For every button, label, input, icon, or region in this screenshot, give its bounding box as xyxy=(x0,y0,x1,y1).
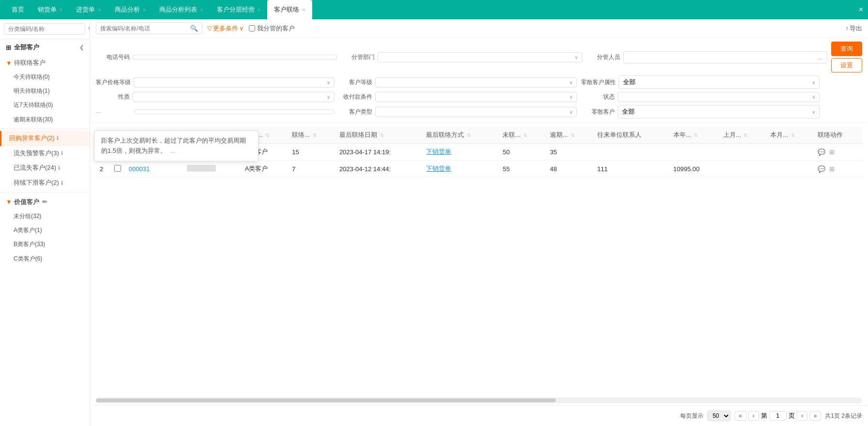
nav-tab-analysis-list[interactable]: 商品分析列表 × xyxy=(152,0,210,19)
last-page-btn[interactable]: » xyxy=(809,411,822,421)
nav-tab-purchaseorder[interactable]: 进货单 × xyxy=(69,0,107,19)
close-customer-segment-icon[interactable]: × xyxy=(258,7,260,13)
row1-contact: 15 xyxy=(288,144,335,161)
row2-checkbox[interactable] xyxy=(110,161,125,177)
sort-last-type-icon[interactable]: ⇅ xyxy=(467,132,471,138)
sidebar-item-repurchase-abnormal[interactable]: 回购异常客户(2) ℹ xyxy=(0,131,90,146)
filter-nature-input[interactable]: ∨ xyxy=(133,92,335,102)
row2-chat-icon[interactable]: 💬 xyxy=(818,165,825,173)
sort-last-date-icon[interactable]: ⇅ xyxy=(380,132,384,138)
filter-dots-btn[interactable]: ··· xyxy=(96,108,135,116)
nav-tab-customer-contact[interactable]: 客户联络 × xyxy=(267,0,312,19)
row1-last-type[interactable]: 下销货单 xyxy=(422,144,499,161)
filter-customer-grade-input[interactable]: ∨ xyxy=(375,77,577,88)
sidebar-item-churned[interactable]: 已流失客户(24) ℹ xyxy=(0,161,90,176)
filter-retail-attr-input[interactable]: 全部 ∨ xyxy=(619,75,820,89)
close-analysis-list-icon[interactable]: × xyxy=(200,7,203,13)
sort-year-icon[interactable]: ⇅ xyxy=(694,132,698,138)
prev-page-btn[interactable]: ‹ xyxy=(748,411,759,421)
per-page-select[interactable]: 50 xyxy=(707,411,731,421)
filter-retail-customer-input[interactable]: 全部 ∨ xyxy=(618,105,820,118)
row2-name-blurred xyxy=(187,165,216,172)
more-conditions-btn[interactable]: ▽ 更多条件 ∨ xyxy=(207,24,244,33)
scroll-thumb[interactable] xyxy=(96,398,556,402)
sidebar-item-class-c[interactable]: C类客户(6) xyxy=(0,252,90,266)
next-page-btn[interactable]: › xyxy=(797,411,807,421)
filter-payment: 收付款条件 ∨ xyxy=(338,92,577,102)
pending-contact-title[interactable]: ▼ 待联络客户 xyxy=(0,56,90,70)
row1-this-month xyxy=(766,144,814,161)
filter-status-input[interactable]: ∨ xyxy=(618,92,820,102)
my-customers-checkbox-wrap[interactable]: 我分管的客户 xyxy=(249,24,295,33)
row1-more-icon[interactable]: ⊞ xyxy=(829,148,835,156)
sidebar-item-unclassified[interactable]: 未分组(32) xyxy=(0,209,90,223)
row1-chat-icon[interactable]: 💬 xyxy=(818,148,825,156)
row1-last-type-link[interactable]: 下销货单 xyxy=(426,148,451,155)
close-purchaseorder-icon[interactable]: × xyxy=(98,7,101,13)
row2-more-icon[interactable]: ⊞ xyxy=(829,165,835,173)
sort-overdue-icon[interactable]: ⇅ xyxy=(571,132,575,138)
col-header-contact: 联络... ⇅ xyxy=(288,127,335,144)
export-icon: ↑ xyxy=(846,25,849,32)
tooltip-box: 距客户上次交易时长，超过了此客户的平均交易周期的1.5倍，则视为异常。 ... xyxy=(94,131,259,162)
main-search-input[interactable] xyxy=(100,25,185,32)
window-close-icon[interactable]: × xyxy=(859,5,863,14)
export-btn[interactable]: ↑ 导出 xyxy=(846,24,863,33)
close-customer-contact-icon[interactable]: × xyxy=(302,7,305,13)
collapse-sidebar-icon[interactable]: ❮ xyxy=(79,44,84,51)
filter-customer-type-label: 客户类型 xyxy=(338,108,372,116)
set-button[interactable]: 设置 xyxy=(831,58,862,73)
nav-tab-salesorder[interactable]: 销货单 × xyxy=(31,0,69,19)
row2-last-type-link[interactable]: 下销货单 xyxy=(426,165,451,172)
filter-customer-type-input[interactable]: ∨ xyxy=(375,107,577,117)
main-container: 🔍 ⊞ 全部客户 ❮ ▼ 待联络客户 今天待联络(0) 明天待联络(1) 近7天… xyxy=(0,19,868,426)
filter-dots-input[interactable] xyxy=(135,109,335,114)
horizontal-scrollbar[interactable] xyxy=(96,397,862,403)
sort-last-month-icon[interactable]: ⇅ xyxy=(744,132,747,138)
sidebar-item-class-b[interactable]: B类客户(33) xyxy=(0,237,90,251)
query-button[interactable]: 查询 xyxy=(831,42,862,56)
row1-action: 💬 ⊞ xyxy=(814,144,862,161)
value-customers-title[interactable]: ▼ 价值客户 ✏ xyxy=(0,195,90,209)
sidebar-item-today[interactable]: 今天待联络(0) xyxy=(0,70,90,84)
nav-tab-analysis[interactable]: 商品分析 × xyxy=(108,0,152,19)
close-salesorder-icon[interactable]: × xyxy=(60,7,62,13)
row2-last-type[interactable]: 下销货单 xyxy=(422,161,499,177)
filter-dept-input[interactable]: ∨ xyxy=(378,52,582,62)
nav-home[interactable]: 首页 xyxy=(5,5,31,14)
sidebar-item-class-a[interactable]: A类客户(1) xyxy=(0,223,90,237)
sidebar-item-declining[interactable]: 持续下滑客户(2) ℹ xyxy=(0,176,90,191)
sidebar-search-input[interactable] xyxy=(4,23,85,35)
sidebar-item-7days[interactable]: 近7天待联络(0) xyxy=(0,98,90,112)
sort-unread-icon[interactable]: ⇅ xyxy=(523,132,527,138)
row2-this-year: 10995.00 xyxy=(670,161,719,177)
sidebar-item-churn-warning[interactable]: 流失预警客户(3) ℹ xyxy=(0,146,90,161)
dots-icon: ··· xyxy=(96,108,101,116)
page-number-input[interactable] xyxy=(769,411,787,421)
col-header-this-year: 本年... ⇅ xyxy=(670,127,719,144)
sidebar-divider-2 xyxy=(0,192,90,193)
sort-category-icon[interactable]: ⇅ xyxy=(265,132,269,138)
nav-tab-customer-segment[interactable]: 客户分层经营 × xyxy=(210,0,267,19)
chevron-type-icon: ∨ xyxy=(569,109,573,115)
sidebar-item-tomorrow[interactable]: 明天待联络(1) xyxy=(0,84,90,98)
row2-select-checkbox[interactable] xyxy=(114,165,121,172)
edit-icon[interactable]: ✏ xyxy=(42,198,47,206)
first-page-btn[interactable]: « xyxy=(734,411,746,421)
chevron-retail-icon: ∨ xyxy=(812,80,815,85)
filter-manager-input[interactable]: … xyxy=(623,51,827,63)
search-wrap: 🔍 xyxy=(96,22,202,34)
my-customers-checkbox[interactable] xyxy=(249,25,255,31)
close-analysis-icon[interactable]: × xyxy=(143,7,146,13)
col-header-unit-contact: 往来单位联系人 xyxy=(594,127,670,144)
filter-payment-input[interactable]: ∨ xyxy=(375,92,577,102)
filter-phone-input[interactable] xyxy=(133,55,337,59)
filter-row-2: 客户价格等级 ∨ 客户等级 ∨ 零散客户属性 全部 xyxy=(96,75,862,89)
page-nav: « ‹ 第 页 › » xyxy=(734,411,821,421)
sidebar-item-overdue[interactable]: 逾期未联络(30) xyxy=(0,113,90,127)
row2-code[interactable]: 000031 xyxy=(125,161,183,177)
sort-contact-icon[interactable]: ⇅ xyxy=(313,132,317,138)
filter-price-level-input[interactable]: ∨ xyxy=(134,77,335,88)
sort-this-month-icon[interactable]: ⇅ xyxy=(791,132,795,138)
filter-dept: 分管部门 ∨ xyxy=(341,52,582,62)
